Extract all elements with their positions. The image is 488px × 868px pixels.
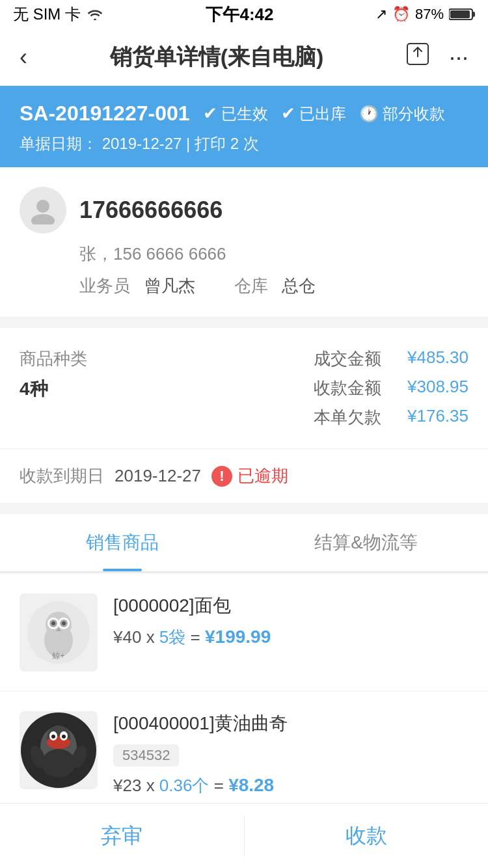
status-partial: 🕐 部分收款 xyxy=(359,103,445,124)
stat-row-received: 收款金额 ¥308.95 xyxy=(314,377,468,400)
stat-row-debt: 本单欠款 ¥176.35 xyxy=(314,406,468,429)
status-left: 无 SIM 卡 xyxy=(13,4,104,25)
product-thumbnail-2 xyxy=(20,711,98,789)
due-date-value: 2019-12-27 xyxy=(115,466,201,486)
overdue-warning-icon: ! xyxy=(211,466,232,487)
product-price-1: ¥40 x 5袋 = ¥199.99 xyxy=(113,626,468,649)
svg-point-14 xyxy=(62,621,66,625)
status-time: 下午4:42 xyxy=(206,3,273,26)
price-base-1: ¥40 xyxy=(113,627,141,647)
debt-label: 本单欠款 xyxy=(314,406,381,429)
battery-text: 87% xyxy=(415,6,444,23)
customer-name-phone: 张，156 6666 6666 xyxy=(20,243,468,265)
svg-point-11 xyxy=(51,621,55,625)
check-icon-1: ✔ xyxy=(203,103,217,124)
clock-icon: 🕐 xyxy=(359,105,379,123)
location-icon: ↗ xyxy=(375,6,387,23)
svg-point-25 xyxy=(42,749,75,778)
svg-text:鲸+: 鲸+ xyxy=(52,651,64,660)
total-2: ¥8.28 xyxy=(228,775,274,795)
svg-point-5 xyxy=(31,214,55,224)
cancel-button[interactable]: 弃审 xyxy=(0,804,244,868)
product-sku-2: 534532 xyxy=(113,744,468,766)
nav-actions: ··· xyxy=(406,42,468,72)
tab-products[interactable]: 销售商品 xyxy=(0,514,244,571)
tab-underline xyxy=(103,569,142,571)
product-kinds-label: 商品种类 xyxy=(20,347,87,370)
price-base-2: ¥23 xyxy=(113,776,141,795)
received-value: ¥308.95 xyxy=(407,377,468,400)
product-logo-icon xyxy=(20,711,98,789)
warehouse-label: 仓库 总仓 xyxy=(234,275,316,297)
due-date-label: 收款到期日 xyxy=(20,465,104,487)
list-item: 鲸+ [0000002]面包 ¥40 x 5袋 = ¥199.99 xyxy=(0,574,488,692)
total-1: ¥199.99 xyxy=(205,627,271,647)
share-button[interactable] xyxy=(406,42,429,72)
order-header-banner: SA-20191227-001 ✔ 已生效 ✔ 已出库 🕐 部分收款 单据日期：… xyxy=(0,86,488,167)
product-info-2: [000400001]黄油曲奇 534532 ¥23 x 0.36个 = ¥8.… xyxy=(113,711,468,797)
bottom-bar: 弃审 收款 xyxy=(0,803,488,868)
nav-bar: ‹ 销货单详情(来自电脑) ··· xyxy=(0,29,488,86)
due-date-section: 收款到期日 2019-12-27 ! 已逾期 xyxy=(0,449,488,504)
staff-label: 业务员 曾凡杰 xyxy=(79,275,195,297)
equals-2: = xyxy=(214,776,228,795)
avatar xyxy=(20,187,66,234)
equals-1: = xyxy=(191,627,205,647)
multiply-2: x xyxy=(146,776,159,795)
product-price-2: ¥23 x 0.36个 = ¥8.28 xyxy=(113,774,468,797)
product-kinds: 商品种类 4种 xyxy=(20,347,87,401)
owl-icon: 鲸+ xyxy=(26,600,91,665)
amount-stats: 成交金额 ¥485.30 收款金额 ¥308.95 本单欠款 ¥176.35 xyxy=(314,347,468,429)
multiply-1: x xyxy=(146,627,159,647)
customer-phone: 17666666666 xyxy=(79,197,223,224)
product-thumbnail-1: 鲸+ xyxy=(20,593,98,671)
product-name-1: [0000002]面包 xyxy=(113,593,468,618)
status-bar: 无 SIM 卡 下午4:42 ↗ ⏰ 87% xyxy=(0,0,488,29)
tab-logistics[interactable]: 结算&物流等 xyxy=(244,514,488,571)
stat-row-amount: 成交金额 ¥485.30 xyxy=(314,347,468,370)
svg-rect-2 xyxy=(450,10,470,18)
tab-logistics-label: 结算&物流等 xyxy=(314,530,418,555)
product-kinds-value: 4种 xyxy=(20,377,87,401)
overdue-text: 已逾期 xyxy=(237,465,288,487)
products-section: 鲸+ [0000002]面包 ¥40 x 5袋 = ¥199.99 xyxy=(0,574,488,817)
check-icon-2: ✔ xyxy=(281,103,295,124)
back-button[interactable]: ‹ xyxy=(20,44,27,71)
overdue-badge: ! 已逾期 xyxy=(211,465,288,487)
more-button[interactable]: ··· xyxy=(449,44,468,71)
status-active: ✔ 已生效 xyxy=(203,103,268,124)
signal-text: 无 SIM 卡 xyxy=(13,4,81,25)
svg-point-23 xyxy=(51,735,55,739)
svg-point-24 xyxy=(62,735,66,739)
list-item: [000400001]黄油曲奇 534532 ¥23 x 0.36个 = ¥8.… xyxy=(0,692,488,817)
banner-date-row: 单据日期： 2019-12-27 | 打印 2 次 xyxy=(20,133,468,154)
wifi-icon xyxy=(86,8,104,21)
customer-top-row: 17666666666 xyxy=(20,187,468,234)
product-name-2: [000400001]黄油曲奇 xyxy=(113,711,468,736)
received-label: 收款金额 xyxy=(314,377,381,400)
customer-section: 17666666666 张，156 6666 6666 业务员 曾凡杰 仓库 总… xyxy=(0,167,488,318)
battery-icon xyxy=(449,8,475,21)
svg-point-4 xyxy=(36,200,49,213)
customer-meta: 业务员 曾凡杰 仓库 总仓 xyxy=(20,275,468,297)
tabs-section: 销售商品 结算&物流等 xyxy=(0,514,488,573)
product-info-1: [0000002]面包 ¥40 x 5袋 = ¥199.99 xyxy=(113,593,468,649)
status-right: ↗ ⏰ 87% xyxy=(375,6,475,23)
alarm-icon: ⏰ xyxy=(392,6,410,23)
debt-value: ¥176.35 xyxy=(407,406,468,429)
order-id: SA-20191227-001 xyxy=(20,102,190,126)
banner-status-row: SA-20191227-001 ✔ 已生效 ✔ 已出库 🕐 部分收款 xyxy=(20,102,468,126)
confirm-payment-button[interactable]: 收款 xyxy=(245,804,489,868)
stats-section: 商品种类 4种 成交金额 ¥485.30 收款金额 ¥308.95 本单欠款 ¥… xyxy=(0,328,488,449)
qty-2: 0.36个 xyxy=(159,776,214,795)
svg-rect-1 xyxy=(472,12,475,17)
amount-label: 成交金额 xyxy=(314,347,381,370)
divider-1 xyxy=(0,318,488,328)
qty-1: 5袋 xyxy=(159,627,191,647)
amount-value: ¥485.30 xyxy=(407,347,468,370)
status-shipped: ✔ 已出库 xyxy=(281,103,346,124)
tab-products-label: 销售商品 xyxy=(86,530,159,555)
page-title: 销货单详情(来自电脑) xyxy=(110,42,324,72)
